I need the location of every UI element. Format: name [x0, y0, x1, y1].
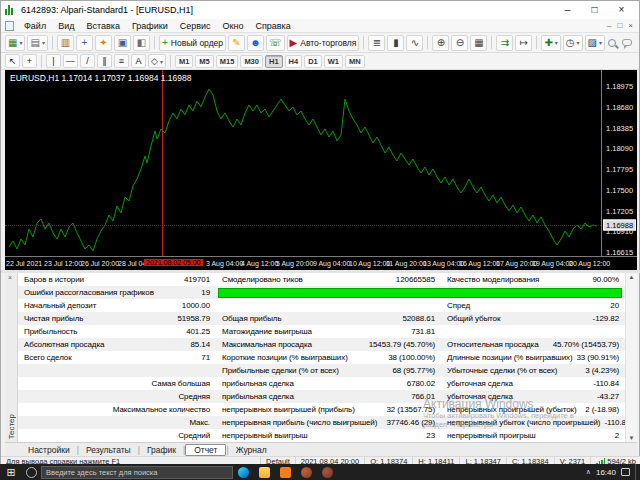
- report-cell: Относительная просадка45.70% (15453.79): [441, 340, 625, 349]
- new-order-button[interactable]: +Новый ордер: [159, 35, 226, 51]
- zoom-out-button[interactable]: ⊖: [451, 35, 468, 51]
- text-button[interactable]: A: [131, 54, 146, 68]
- chevron-down-icon: ▾: [599, 39, 602, 46]
- menu-bar: ФайлВидВставкаГрафикиСервисОкноСправка –…: [1, 19, 639, 33]
- trendline-button[interactable]: /: [80, 54, 95, 68]
- candlestick-chart-button[interactable]: ▮: [387, 35, 404, 51]
- taskbar-app-icon-orange[interactable]: [280, 467, 291, 478]
- taskbar-clock[interactable]: 16:40: [596, 468, 616, 477]
- line-chart-button[interactable]: ∿: [406, 35, 423, 51]
- tab-отчет[interactable]: Отчет: [185, 444, 226, 456]
- mdi-minimize-button[interactable]: –: [607, 21, 611, 30]
- start-button[interactable]: ⊞: [0, 466, 22, 479]
- mdi-restore-button[interactable]: □: [617, 21, 622, 30]
- auto-scroll-button[interactable]: ⇉: [496, 35, 513, 51]
- timeframe-m5[interactable]: M5: [195, 55, 213, 68]
- timeframe-h4[interactable]: H4: [285, 55, 303, 68]
- toolbar-separator: [170, 55, 171, 68]
- report-scrollbar[interactable]: ▲ ▼: [625, 273, 637, 442]
- fibonacci-button[interactable]: ≡: [114, 54, 129, 68]
- close-button[interactable]: ×: [608, 2, 635, 19]
- report-label: непрерывных выигрышей (прибыль): [222, 405, 355, 414]
- minimize-button[interactable]: –: [554, 2, 581, 19]
- arrows-button[interactable]: ◇▾: [148, 54, 166, 68]
- timeframe-w1[interactable]: W1: [324, 55, 343, 68]
- alerts-icon: ☏: [269, 38, 282, 48]
- market-watch-button[interactable]: ▥: [57, 35, 74, 51]
- time-axis: 2021.08.02 05:00 22 Jul 202123 Jul 12:00…: [5, 256, 637, 270]
- menu-item-1[interactable]: Вид: [52, 21, 80, 31]
- timeframe-d1[interactable]: D1: [304, 55, 322, 68]
- scroll-up-icon[interactable]: ▲: [629, 274, 635, 280]
- menu-item-3[interactable]: Графики: [126, 21, 174, 31]
- cursor-button[interactable]: ↖: [5, 54, 20, 68]
- report-cell: Макс.: [18, 418, 216, 427]
- timeframe-m30[interactable]: M30: [240, 55, 263, 68]
- menu-item-0[interactable]: Файл: [18, 21, 52, 31]
- crosshair-icon: +: [27, 56, 32, 66]
- tester-close-icon[interactable]: ×: [8, 274, 12, 281]
- tray-chevron-icon[interactable]: ∧: [586, 468, 591, 476]
- metaeditor-button[interactable]: ✎: [228, 35, 245, 51]
- alerts-button[interactable]: ☏: [266, 35, 285, 51]
- tab-настройки[interactable]: Настройки: [21, 445, 77, 455]
- report-cell: убыточная сделка-110.84: [441, 379, 625, 388]
- indicators-button[interactable]: ✚▾: [541, 35, 560, 51]
- menu-item-5[interactable]: Окно: [217, 21, 250, 31]
- timeframe-mn[interactable]: MN: [345, 55, 365, 68]
- new-chart-button[interactable]: ▦▾: [5, 35, 25, 51]
- price-tick: 1.18975: [606, 82, 633, 91]
- navigator-button[interactable]: ✦: [95, 35, 112, 51]
- tile-windows-button[interactable]: ▦: [470, 35, 487, 51]
- chart-shift-button[interactable]: ↦: [515, 35, 532, 51]
- action-center-icon[interactable]: [621, 468, 630, 476]
- strategy-tester-button[interactable]: ◧: [133, 35, 150, 51]
- file-explorer-icon[interactable]: [259, 467, 270, 478]
- report-cell: прибыльная сделка766.01: [216, 392, 441, 401]
- zoom-in-button[interactable]: ⊕: [432, 35, 449, 51]
- taskbar-app-icon-1[interactable]: [301, 467, 312, 478]
- time-tick: 3 Aug 04:00: [206, 260, 243, 267]
- experts-button[interactable]: ☻: [247, 35, 264, 51]
- taskbar-app-icon-2[interactable]: [322, 467, 333, 478]
- price-chart[interactable]: EURUSD,H1 1.17014 1.17037 1.16984 1.1698…: [5, 70, 637, 270]
- timeframe-m15[interactable]: M15: [216, 55, 239, 68]
- auto-trading-button[interactable]: ▶Авто-торговля: [287, 35, 360, 51]
- maximize-button[interactable]: □: [581, 2, 608, 19]
- bar-chart-button[interactable]: ≣: [368, 35, 385, 51]
- line-chart-icon: ∿: [411, 38, 419, 48]
- horizontal-line-button[interactable]: —: [63, 54, 78, 68]
- report-row: Максимальное количествонепрерывных выигр…: [18, 403, 625, 416]
- chat-icon[interactable]: [622, 39, 632, 46]
- terminal-button[interactable]: ▣: [114, 35, 131, 51]
- edge-icon[interactable]: [238, 467, 249, 478]
- new-order-button-label: Новый ордер: [171, 38, 223, 48]
- search-icon[interactable]: [608, 39, 616, 47]
- chart-plot-area[interactable]: [5, 70, 601, 256]
- show-desktop-button[interactable]: [635, 464, 638, 480]
- cortana-icon[interactable]: [26, 467, 37, 478]
- profiles-button[interactable]: ▤▾: [27, 35, 47, 51]
- vertical-line-button[interactable]: |: [46, 54, 61, 68]
- report-cell: Короткие позиции (% выигравших)38 (100.0…: [216, 353, 441, 362]
- horizontal-line-icon: —: [66, 56, 75, 66]
- templates-button[interactable]: ▨▾: [585, 35, 605, 51]
- tab-результаты[interactable]: Результаты: [79, 445, 138, 455]
- scroll-down-icon[interactable]: ▼: [629, 435, 635, 441]
- taskbar-search-input[interactable]: Введите здесь текст для поиска: [41, 466, 233, 479]
- timeframe-m1[interactable]: M1: [175, 55, 193, 68]
- mdi-close-button[interactable]: ×: [628, 21, 633, 30]
- timeframe-h1[interactable]: H1: [265, 55, 283, 68]
- menu-item-4[interactable]: Сервис: [174, 21, 217, 31]
- periods-button[interactable]: ◷▾: [563, 35, 583, 51]
- report-row: Прибыльность401.25Матожидание выигрыша73…: [18, 325, 625, 338]
- data-window-button[interactable]: +: [76, 35, 93, 51]
- tab-график[interactable]: График: [140, 445, 183, 455]
- menu-item-2[interactable]: Вставка: [80, 21, 125, 31]
- price-tick: 1.18680: [606, 102, 633, 111]
- new-order-icon: +: [162, 38, 168, 48]
- channel-button[interactable]: ∥: [97, 54, 112, 68]
- menu-item-6[interactable]: Справка: [249, 21, 296, 31]
- crosshair-button[interactable]: +: [22, 54, 37, 68]
- tab-журнал[interactable]: Журнал: [229, 445, 274, 455]
